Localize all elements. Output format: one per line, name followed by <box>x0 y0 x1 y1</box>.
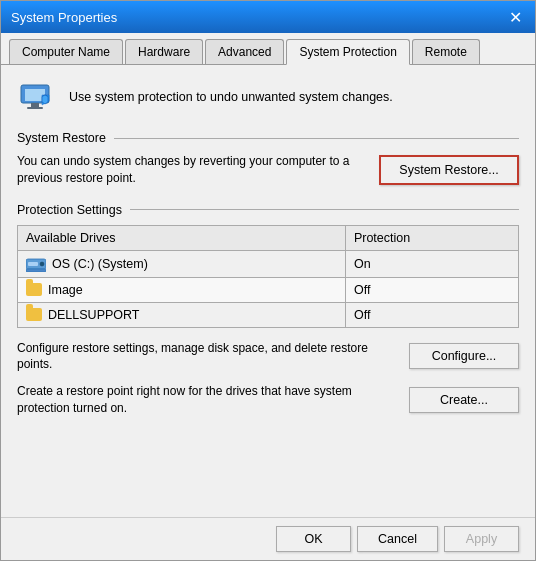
apply-button[interactable]: Apply <box>444 526 519 552</box>
tab-advanced[interactable]: Advanced <box>205 39 284 64</box>
create-button[interactable]: Create... <box>409 387 519 413</box>
drives-table: Available Drives Protection <box>17 225 519 328</box>
configure-row: Configure restore settings, manage disk … <box>17 340 519 374</box>
protection-cell-image: Off <box>345 277 518 302</box>
protection-cell-os: On <box>345 250 518 277</box>
close-button[interactable]: ✕ <box>505 7 525 27</box>
section-divider <box>114 138 519 139</box>
protection-settings-title: Protection Settings <box>17 203 122 217</box>
tab-hardware[interactable]: Hardware <box>125 39 203 64</box>
drives-header-available: Available Drives <box>18 225 346 250</box>
folder-icon <box>26 283 42 296</box>
configure-text: Configure restore settings, manage disk … <box>17 340 397 374</box>
configure-button[interactable]: Configure... <box>409 343 519 369</box>
tab-remote[interactable]: Remote <box>412 39 480 64</box>
drive-cell-os: OS (C:) (System) <box>18 250 346 277</box>
create-text: Create a restore point right now for the… <box>17 383 397 417</box>
drives-header-protection: Protection <box>345 225 518 250</box>
svg-rect-9 <box>26 269 46 272</box>
tabs-bar: Computer Name Hardware Advanced System P… <box>1 33 535 65</box>
info-row: Use system protection to undo unwanted s… <box>17 77 519 117</box>
ok-button[interactable]: OK <box>276 526 351 552</box>
system-restore-area: You can undo system changes by reverting… <box>17 153 519 187</box>
table-row[interactable]: Image Off <box>18 277 519 302</box>
create-row: Create a restore point right now for the… <box>17 383 519 417</box>
svg-rect-8 <box>28 262 38 266</box>
svg-rect-3 <box>27 107 43 109</box>
table-row[interactable]: OS (C:) (System) On <box>18 250 519 277</box>
protection-section-divider <box>130 209 519 210</box>
info-text: Use system protection to undo unwanted s… <box>69 90 393 104</box>
protection-settings-section: Protection Settings Available Drives Pro… <box>17 203 519 427</box>
protection-cell-dellsupport: Off <box>345 302 518 327</box>
tab-computer-name[interactable]: Computer Name <box>9 39 123 64</box>
drive-cell-dellsupport: DELLSUPPORT <box>18 302 346 327</box>
system-restore-title: System Restore <box>17 131 106 145</box>
title-bar: System Properties ✕ <box>1 1 535 33</box>
system-restore-header: System Restore <box>17 131 519 145</box>
table-row[interactable]: DELLSUPPORT Off <box>18 302 519 327</box>
window-title: System Properties <box>11 10 117 25</box>
hdd-icon <box>26 256 46 272</box>
system-properties-window: System Properties ✕ Computer Name Hardwa… <box>0 0 536 561</box>
svg-rect-2 <box>31 103 39 107</box>
cancel-button[interactable]: Cancel <box>357 526 438 552</box>
protection-settings-header: Protection Settings <box>17 203 519 217</box>
svg-point-7 <box>40 262 44 266</box>
main-content: Use system protection to undo unwanted s… <box>1 65 535 517</box>
drive-cell-image: Image <box>18 277 346 302</box>
shield-icon <box>17 77 57 117</box>
tab-system-protection[interactable]: System Protection <box>286 39 409 65</box>
system-restore-description: You can undo system changes by reverting… <box>17 153 367 187</box>
footer: OK Cancel Apply <box>1 517 535 560</box>
folder-icon <box>26 308 42 321</box>
system-restore-button[interactable]: System Restore... <box>379 155 519 185</box>
